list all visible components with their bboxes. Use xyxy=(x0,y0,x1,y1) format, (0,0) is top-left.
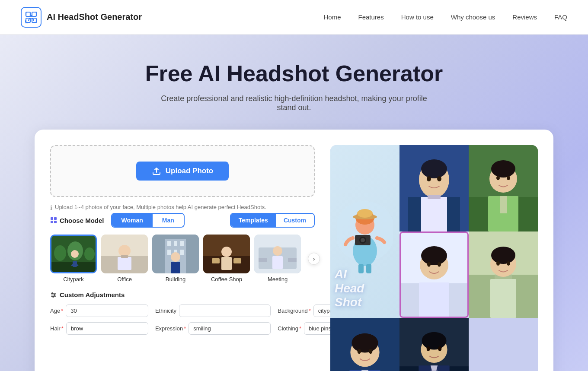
svg-point-54 xyxy=(357,209,373,218)
svg-point-33 xyxy=(221,247,232,257)
adj-clothing-label: Clothing* xyxy=(278,325,301,332)
right-panel: AIHeadShot xyxy=(330,145,538,371)
svg-point-29 xyxy=(171,252,180,262)
svg-point-88 xyxy=(491,247,515,264)
hair-input[interactable] xyxy=(66,322,148,335)
thumb-building[interactable]: Building xyxy=(152,235,199,282)
thumb-label-coffeeshop: Coffee Shop xyxy=(211,276,242,282)
portrait-mr-svg xyxy=(469,231,538,318)
hero-subtitle: Create professional and realistic high-d… xyxy=(156,94,432,112)
thumb-label-citypark: Citypark xyxy=(63,276,84,282)
gender-toggle: Woman Man xyxy=(111,213,185,228)
svg-point-72 xyxy=(491,160,515,178)
portrait-tr-svg xyxy=(469,145,538,231)
template-toggle: Templates Custom xyxy=(230,213,315,228)
thumbnails-list: Citypark xyxy=(50,235,315,282)
custom-toggle[interactable]: Custom xyxy=(276,214,314,227)
svg-rect-24 xyxy=(174,241,177,246)
svg-rect-23 xyxy=(167,241,171,246)
svg-rect-74 xyxy=(500,196,507,213)
nav-reviews[interactable]: Reviews xyxy=(512,13,537,21)
svg-rect-89 xyxy=(490,279,516,318)
illustration-figure xyxy=(337,188,393,275)
adj-icon xyxy=(50,292,57,298)
nav-why-choose-us[interactable]: Why choose us xyxy=(451,13,495,21)
adj-age-field: Age* xyxy=(50,304,148,317)
mosaic-illustration: AIHeadShot xyxy=(330,145,399,318)
nav-features[interactable]: Features xyxy=(358,13,384,21)
thumb-img-office xyxy=(101,235,148,273)
thumb-office[interactable]: Office xyxy=(101,235,148,282)
nav-how-to-use[interactable]: How to use xyxy=(401,13,434,21)
thumb-img-coffeeshop xyxy=(203,235,250,273)
model-row: Choose Model Woman Man Templates Custom xyxy=(50,213,315,228)
portrait-br-svg xyxy=(399,318,469,371)
svg-point-95 xyxy=(352,333,378,353)
logo-icon xyxy=(21,7,42,28)
svg-point-67 xyxy=(427,176,431,181)
mosaic-portrait-br xyxy=(399,318,469,371)
svg-rect-5 xyxy=(51,217,53,220)
svg-point-47 xyxy=(54,294,55,296)
woman-toggle[interactable]: Woman xyxy=(112,214,153,227)
svg-point-83 xyxy=(438,262,441,267)
adj-age-label: Age* xyxy=(50,308,63,314)
svg-point-46 xyxy=(51,292,53,294)
custom-adj-title: Custom Adjustments xyxy=(50,291,315,298)
hero-section: Free AI Headshot Generator Create profes… xyxy=(0,35,588,371)
model-icon xyxy=(50,217,57,224)
thumb-citypark[interactable]: Citypark xyxy=(50,235,97,282)
citypark-svg xyxy=(51,236,97,273)
svg-rect-6 xyxy=(54,217,57,220)
svg-point-13 xyxy=(84,247,95,260)
svg-rect-15 xyxy=(73,261,77,267)
meeting-svg xyxy=(254,235,301,273)
templates-toggle[interactable]: Templates xyxy=(231,214,276,227)
svg-rect-35 xyxy=(212,258,220,263)
navbar: AI HeadShot Generator Home Features How … xyxy=(0,0,588,35)
building-svg xyxy=(152,235,199,273)
upload-area: Upload Photo xyxy=(50,145,315,197)
thumb-label-building: Building xyxy=(166,276,185,282)
office-svg xyxy=(101,235,148,273)
thumb-img-citypark xyxy=(50,235,97,273)
svg-point-64 xyxy=(421,159,447,178)
thumbnails-next-arrow[interactable]: › xyxy=(308,253,320,265)
preview-mosaic: AIHeadShot xyxy=(330,145,538,371)
svg-rect-20 xyxy=(121,255,128,258)
svg-point-75 xyxy=(496,176,500,180)
thumb-coffeeshop[interactable]: Coffee Shop xyxy=(203,235,250,282)
adj-expression-field: Expression* xyxy=(155,322,271,335)
svg-point-14 xyxy=(71,250,79,258)
upload-button[interactable]: Upload Photo xyxy=(136,162,229,181)
expression-input[interactable] xyxy=(189,322,271,335)
ai-text-overlay: AIHeadShot xyxy=(335,267,364,309)
nav-home[interactable]: Home xyxy=(323,13,341,21)
mosaic-portrait-tl xyxy=(399,145,469,231)
age-input[interactable] xyxy=(66,304,148,317)
ethnicity-input[interactable] xyxy=(179,304,271,317)
main-card: Upload Photo ℹ Upload 1~4 photos of your… xyxy=(35,130,553,371)
svg-point-97 xyxy=(358,349,361,354)
portrait-ml-svg xyxy=(399,231,469,318)
svg-rect-1 xyxy=(32,12,36,16)
svg-point-18 xyxy=(118,245,131,257)
logo-text: AI HeadShot Generator xyxy=(47,12,142,22)
nav-faq[interactable]: FAQ xyxy=(554,13,567,21)
thumb-meeting[interactable]: Meeting xyxy=(254,235,301,282)
thumbnails-wrap: Citypark xyxy=(50,235,315,282)
adj-hair-field: Hair* xyxy=(50,322,148,335)
svg-point-11 xyxy=(54,245,66,261)
upload-icon xyxy=(152,167,161,175)
svg-rect-19 xyxy=(118,257,131,270)
svg-point-80 xyxy=(421,246,447,265)
svg-point-39 xyxy=(273,246,282,256)
svg-point-91 xyxy=(507,261,510,266)
svg-rect-59 xyxy=(366,264,371,273)
adj-ethnicity-field: Ethnicity xyxy=(155,304,271,317)
svg-rect-42 xyxy=(288,258,297,262)
man-toggle[interactable]: Man xyxy=(153,214,184,227)
adj-ethnicity-label: Ethnicity xyxy=(155,308,176,314)
svg-point-106 xyxy=(427,346,430,351)
svg-rect-81 xyxy=(419,282,449,318)
